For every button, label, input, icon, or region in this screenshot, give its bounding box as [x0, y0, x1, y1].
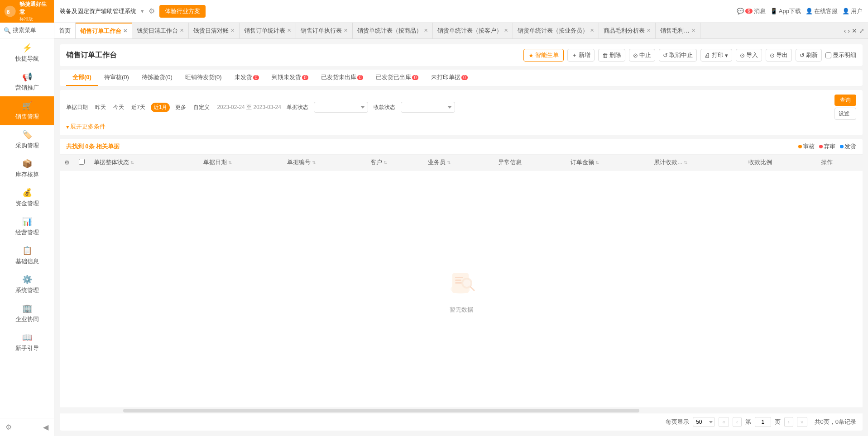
sub-tab-shipped-out[interactable]: 已发货已出库0	[369, 70, 425, 86]
print-btn[interactable]: 🖨 打印 ▾	[700, 49, 732, 62]
smart-btn[interactable]: ★ 智能生单	[523, 49, 564, 62]
page-first-btn[interactable]: «	[719, 417, 729, 427]
detail-checkbox[interactable]	[825, 52, 831, 58]
th-customer[interactable]: 客户 ⇅	[366, 155, 423, 171]
page-prev-btn[interactable]: ‹	[733, 417, 742, 427]
sub-tab-pending-inspect[interactable]: 待拣验货(0)	[135, 70, 179, 86]
sidebar-item-quicknav[interactable]: ⚡ 快捷导航	[0, 38, 54, 67]
sidebar-item-basicinfo[interactable]: 📋 基础信息	[0, 241, 54, 270]
sidebar-item-inventory[interactable]: 📦 库存核算	[0, 154, 54, 183]
settings-icon[interactable]: ⚙	[5, 423, 12, 431]
filter-date-7days[interactable]: 近7天	[129, 103, 147, 112]
tab-salesman-stats[interactable]: 销货单统计表（按业务员） ✕	[513, 23, 599, 39]
tab-sales-workbench[interactable]: 销售订单工作台 ✕	[76, 23, 132, 39]
sidebar-item-purchase[interactable]: 🏷️ 采购管理	[0, 125, 54, 154]
filter-date-today[interactable]: 今天	[111, 103, 126, 112]
filter-status-select[interactable]	[314, 102, 368, 113]
import-btn[interactable]: ⊙ 导入	[736, 49, 762, 62]
sub-tab-not-shipped[interactable]: 未发货0	[228, 70, 266, 86]
message-btn[interactable]: 💬 6 消息	[737, 7, 766, 15]
sidebar-item-finance[interactable]: 💰 资金管理	[0, 183, 54, 212]
chevron-down-icon: ▾	[66, 123, 69, 130]
page-input[interactable]	[755, 417, 771, 427]
horizontal-scrollbar[interactable]	[60, 408, 863, 413]
tab-close-margin-analysis[interactable]: ✕	[647, 28, 651, 33]
refresh-btn[interactable]: ↺ 刷新	[796, 49, 822, 62]
sub-tab-shipped-not-out[interactable]: 已发货未出库0	[315, 70, 370, 86]
sidebar-item-guide[interactable]: 📖 新手引导	[0, 328, 54, 357]
tab-customer-stats[interactable]: 销货单统计表（按客户） ✕	[433, 23, 513, 39]
collapse-icon[interactable]: ◀	[43, 423, 48, 431]
dropdown-arrow-icon[interactable]: ▾	[141, 8, 144, 14]
sub-tab-not-printed[interactable]: 未打印单据0	[425, 70, 474, 86]
sidebar-item-enterprise[interactable]: 🏢 企业协同	[0, 299, 54, 328]
filter-date-yesterday[interactable]: 昨天	[93, 103, 108, 112]
tab-close-sales-stats[interactable]: ✕	[287, 28, 291, 33]
inventory-icon: 📦	[22, 159, 32, 169]
tab-sales-workbench-label: 销售订单工作台	[80, 27, 121, 35]
filter-date-label: 单据日期	[66, 104, 88, 111]
sub-tab-pending-review[interactable]: 待审核(0)	[98, 70, 135, 86]
th-number[interactable]: 单据编号 ⇅	[283, 155, 366, 171]
tab-close-sales-workbench[interactable]: ✕	[123, 28, 127, 34]
tab-close-sales-exec[interactable]: ✕	[344, 28, 348, 33]
query-btn[interactable]: 查询	[834, 95, 856, 106]
export-btn[interactable]: ⊙ 导出	[766, 49, 792, 62]
tab-close-all[interactable]: ✕	[852, 27, 857, 34]
tab-sales-exec[interactable]: 销售订单执行表 ✕	[296, 23, 353, 39]
settings-btn[interactable]: 设置	[834, 108, 856, 120]
tab-home[interactable]: 首页	[54, 23, 76, 39]
filter-payment-select[interactable]	[401, 102, 455, 113]
th-salesman[interactable]: 业务员 ⇅	[423, 155, 494, 171]
th-collected[interactable]: 累计收款... ⇅	[649, 155, 743, 171]
delete-btn[interactable]: 🗑 删除	[598, 49, 625, 62]
app-download-btn[interactable]: 📱 App下载	[770, 7, 801, 15]
sidebar-item-operations[interactable]: 📊 经营管理	[0, 212, 54, 241]
trial-btn[interactable]: 体验行业方案	[159, 5, 206, 18]
op-review-btn[interactable]: 审核	[798, 142, 815, 151]
stop-btn[interactable]: ⊘ 中止	[629, 49, 655, 62]
sub-tab-all[interactable]: 全部(0)	[66, 70, 98, 86]
tab-nav-prev[interactable]: ‹	[844, 27, 846, 34]
sidebar-item-system[interactable]: ⚙️ 系统管理	[0, 270, 54, 299]
th-status[interactable]: 单据整体状态 ⇅	[89, 155, 199, 171]
add-btn[interactable]: ＋ 新增	[567, 49, 595, 62]
expand-more-btn[interactable]: ▾ 展开更多条件	[66, 123, 856, 131]
tab-daily-clear[interactable]: 钱货日清工作台 ✕	[132, 23, 189, 39]
th-amount[interactable]: 订单金额 ⇅	[566, 155, 649, 171]
op-unreviewed-btn[interactable]: 弃审	[819, 142, 835, 151]
tab-reconcile[interactable]: 钱货日清对账 ✕	[189, 23, 240, 39]
tab-margin-analysis[interactable]: 商品毛利分析表 ✕	[599, 23, 656, 39]
tab-close-daily-clear[interactable]: ✕	[180, 28, 184, 33]
tab-close-goods-stats[interactable]: ✕	[424, 28, 428, 33]
online-service-btn[interactable]: 👤 在线客服	[806, 7, 838, 15]
select-all-checkbox[interactable]	[79, 159, 85, 165]
tab-maximize[interactable]: ⤢	[859, 27, 864, 34]
tab-close-reconcile[interactable]: ✕	[230, 28, 235, 33]
page-last-btn[interactable]: »	[797, 417, 807, 427]
tab-close-sales-margin[interactable]: ✕	[691, 28, 695, 33]
cancel-stop-btn[interactable]: ↺ 取消中止	[659, 49, 697, 62]
filter-date-custom[interactable]: 自定义	[192, 103, 211, 112]
column-settings-icon[interactable]: ⚙	[64, 159, 70, 166]
tab-sales-stats[interactable]: 销售订单统计表 ✕	[240, 23, 296, 39]
page-size-select[interactable]: 10 20 50 100	[693, 417, 715, 427]
filter-date-1month[interactable]: 近1月	[151, 103, 170, 112]
tab-nav-next[interactable]: ›	[848, 27, 850, 34]
th-date[interactable]: 单据日期 ⇅	[199, 155, 282, 171]
user-btn[interactable]: 👤 用户	[842, 7, 863, 15]
scrollbar-thumb[interactable]	[123, 409, 639, 412]
settings-gear-icon[interactable]: ⚙	[149, 7, 155, 15]
tab-close-salesman-stats[interactable]: ✕	[590, 28, 594, 33]
tab-goods-stats[interactable]: 销货单统计表（按商品） ✕	[353, 23, 433, 39]
sub-tab-overdue-ship[interactable]: 到期未发货0	[265, 70, 315, 86]
tab-close-customer-stats[interactable]: ✕	[504, 28, 508, 33]
sidebar-item-marketing[interactable]: 📢 营销推广	[0, 67, 54, 96]
sidebar-item-sales[interactable]: 🛒 销售管理	[0, 96, 54, 125]
op-ship-btn[interactable]: 发货	[840, 142, 856, 151]
sub-tab-wangpu-ship[interactable]: 旺铺待发货(0)	[179, 70, 228, 86]
search-menu-btn[interactable]: 🔍 搜索菜单	[0, 23, 54, 38]
filter-date-more[interactable]: 更多	[173, 103, 188, 112]
page-next-btn[interactable]: ›	[784, 417, 793, 427]
tab-sales-margin[interactable]: 销售毛利… ✕	[656, 23, 700, 39]
